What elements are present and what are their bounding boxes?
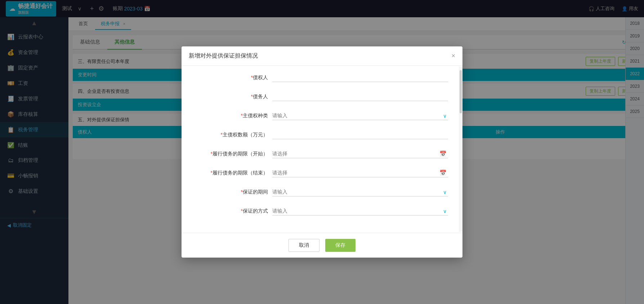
label-guarantee-method: *保证的方式 xyxy=(196,208,268,214)
modal-footer: 取消 保存 xyxy=(182,233,462,258)
required-marker: * xyxy=(251,74,253,80)
form-row-debt-type: *主债权种类 ∨ xyxy=(196,111,448,120)
date-wrap-end: 📅 xyxy=(272,168,448,177)
add-guarantee-modal: 新增对外提供保证担保情况 × *债权人 *债务人 *主债权种类 xyxy=(182,46,462,258)
select-guarantee-period[interactable] xyxy=(272,187,448,196)
select-wrap-guarantee-method: ∨ xyxy=(272,207,448,215)
input-creditor[interactable] xyxy=(272,73,448,82)
label-guarantee-period: *保证的期间 xyxy=(196,189,268,195)
label-creditor: *债权人 xyxy=(196,74,268,81)
required-marker: * xyxy=(211,151,213,156)
input-debtor[interactable] xyxy=(272,92,448,101)
input-debt-amount[interactable] xyxy=(272,130,448,139)
label-end-date: *履行债务的期限（结束） xyxy=(196,170,268,176)
modal-body: *债权人 *债务人 *主债权种类 ∨ xyxy=(182,66,462,233)
required-marker: * xyxy=(221,132,223,137)
modal-header: 新增对外提供保证担保情况 × xyxy=(182,46,462,66)
required-marker: * xyxy=(241,189,243,195)
date-wrap-start: 📅 xyxy=(272,149,448,158)
input-start-date[interactable] xyxy=(272,149,448,158)
modal-title: 新增对外提供保证担保情况 xyxy=(189,52,258,60)
label-debtor: *债务人 xyxy=(196,94,268,100)
form-row-debtor: *债务人 xyxy=(196,92,448,101)
required-marker: * xyxy=(251,94,253,99)
calendar-start-icon[interactable]: 📅 xyxy=(439,150,447,157)
select-debt-type[interactable] xyxy=(272,111,448,120)
form-row-start-date: *履行债务的期限（开始） 📅 xyxy=(196,149,448,158)
modal-overlay: 新增对外提供保证担保情况 × *债权人 *债务人 *主债权种类 xyxy=(0,0,644,304)
form-row-guarantee-period: *保证的期间 ∨ xyxy=(196,187,448,196)
save-button[interactable]: 保存 xyxy=(325,239,355,252)
form-row-guarantee-method: *保证的方式 ∨ xyxy=(196,207,448,215)
label-debt-amount: *主债权数额（万元） xyxy=(196,132,268,138)
scroll-thumb xyxy=(460,70,462,113)
calendar-end-icon[interactable]: 📅 xyxy=(439,169,447,176)
select-wrap-debt-type: ∨ xyxy=(272,111,448,120)
cancel-button[interactable]: 取消 xyxy=(289,239,319,252)
label-start-date: *履行债务的期限（开始） xyxy=(196,151,268,157)
form-row-debt-amount: *主债权数额（万元） xyxy=(196,130,448,139)
modal-close-button[interactable]: × xyxy=(451,52,455,60)
modal-scrollbar xyxy=(459,67,462,232)
label-debt-type: *主债权种类 xyxy=(196,113,268,119)
required-marker: * xyxy=(241,113,243,118)
input-end-date[interactable] xyxy=(272,168,448,177)
required-marker: * xyxy=(211,170,213,176)
required-marker: * xyxy=(241,208,243,214)
form-row-end-date: *履行债务的期限（结束） 📅 xyxy=(196,168,448,177)
form-row-creditor: *债权人 xyxy=(196,73,448,82)
select-guarantee-method[interactable] xyxy=(272,207,448,215)
select-wrap-guarantee-period: ∨ xyxy=(272,187,448,196)
